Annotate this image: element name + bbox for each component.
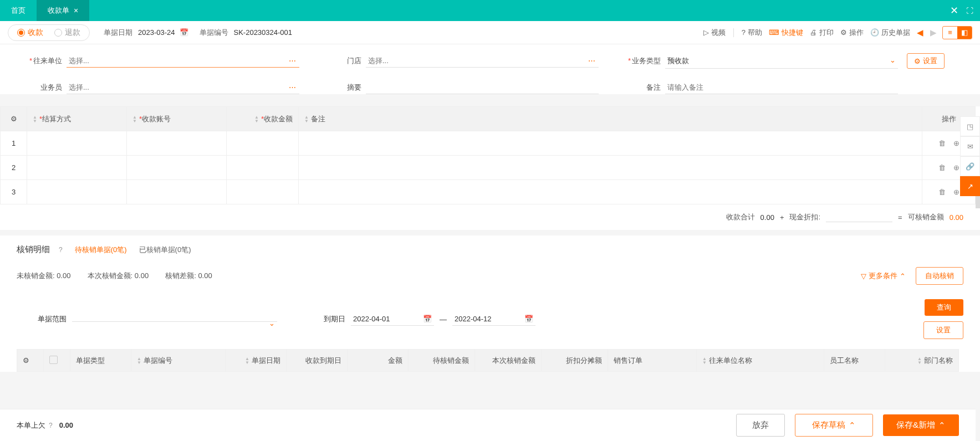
th-remark[interactable]: ▲▼备注 [299, 107, 922, 131]
filter-settings-button[interactable]: 设置 [923, 321, 963, 339]
tab-done-verify[interactable]: 已核销单据(0笔) [139, 245, 191, 255]
cell-settle[interactable] [27, 131, 127, 156]
cell-remark[interactable] [299, 156, 922, 180]
unverified: 未核销金额: 0.00 [17, 271, 71, 281]
table-row[interactable]: 3 🗑⊕ [1, 180, 976, 204]
more-conditions-toggle[interactable]: ▽ 更多条件 ⌃ [861, 271, 906, 281]
calendar-icon[interactable]: 📅 [524, 315, 533, 323]
view-list-button[interactable]: ≡ [943, 27, 957, 39]
gear-header[interactable]: ⚙ [1, 107, 27, 131]
print-link[interactable]: 🖨 打印 [809, 27, 835, 39]
biztype-select[interactable]: 预收款 [665, 54, 898, 69]
radio-refund[interactable]: 退款 [54, 28, 80, 38]
shortcut-link[interactable]: ⌨ 快捷键 [768, 27, 804, 39]
chevron-up-icon: ⌃ [938, 421, 946, 430]
rail-btn-3[interactable]: 🔗 [960, 156, 980, 176]
auto-verify-button[interactable]: 自动核销 [916, 267, 963, 285]
cell-settle[interactable] [27, 156, 127, 180]
cell-amount[interactable] [227, 180, 299, 204]
th-date[interactable]: ▲▼单据日期 [226, 350, 287, 372]
delete-icon[interactable]: 🗑 [938, 163, 946, 172]
cell-amount[interactable] [227, 156, 299, 180]
date-to-input[interactable]: 2022-04-12 📅 [452, 312, 535, 326]
rail-btn-2[interactable]: ✉ [960, 136, 980, 156]
cell-account[interactable] [127, 131, 227, 156]
lookup-icon[interactable]: ⋯ [588, 57, 596, 65]
save-draft-button[interactable]: 保存草稿 ⌃ [795, 414, 873, 437]
tab-home[interactable]: 首页 [0, 0, 37, 21]
th-partner[interactable]: ▲▼往来单位名称 [697, 350, 824, 372]
view-detail-button[interactable]: ◧ [957, 27, 972, 39]
cell-remark[interactable] [299, 131, 922, 156]
fullscreen-icon[interactable]: ⛶ [966, 7, 973, 15]
video-link[interactable]: ▷ 视频 [702, 27, 727, 39]
tab-receipt[interactable]: 收款单 × [37, 0, 89, 21]
checkbox-icon [49, 356, 58, 364]
th-account[interactable]: ▲▼*收款账号 [127, 107, 227, 131]
th-this[interactable]: 本次核销金额 [475, 350, 542, 372]
calendar-icon[interactable]: 📅 [180, 28, 188, 37]
query-button[interactable]: 查询 [925, 299, 963, 316]
th-no[interactable]: ▲▼单据编号 [131, 350, 226, 372]
th-emp[interactable]: 员工名称 [824, 350, 885, 372]
help-label: 帮助 [748, 28, 762, 38]
store-input[interactable] [366, 54, 599, 68]
cash-discount-input[interactable] [826, 212, 892, 222]
help-icon[interactable]: ? [49, 422, 53, 429]
tab-pending-verify[interactable]: 待核销单据(0笔) [75, 245, 127, 255]
next-arrow-icon[interactable]: ▶ [929, 28, 938, 38]
radio-collect[interactable]: 收款 [17, 28, 43, 38]
help-icon[interactable]: ? [59, 246, 63, 254]
summary-input[interactable] [366, 81, 599, 94]
table-row[interactable]: 2 🗑⊕ [1, 156, 976, 180]
th-settle[interactable]: ▲▼*结算方式 [27, 107, 127, 131]
checkbox-header[interactable] [44, 350, 70, 372]
doc-date-value[interactable]: 2023-03-24 [138, 28, 175, 37]
add-row-icon[interactable]: ⊕ [953, 139, 959, 147]
th-amount[interactable]: ▲▼*收款金额 [227, 107, 299, 131]
delete-icon[interactable]: 🗑 [938, 139, 946, 147]
cell-remark[interactable] [299, 180, 922, 204]
close-icon[interactable]: × [74, 6, 78, 15]
chevron-down-icon[interactable]: ⌄ [269, 319, 275, 327]
more-cond-label: 更多条件 [869, 271, 897, 281]
add-row-icon[interactable]: ⊕ [953, 163, 959, 172]
gear-header[interactable]: ⚙ [17, 350, 44, 372]
settings-btn-label: 设置 [923, 56, 937, 66]
remark-input[interactable] [665, 81, 898, 94]
th-pending[interactable]: 待核销金额 [409, 350, 475, 372]
salesman-input[interactable] [67, 81, 299, 94]
th-due[interactable]: 收款到期日 [287, 350, 348, 372]
partner-input[interactable] [67, 54, 299, 68]
cell-amount[interactable] [227, 131, 299, 156]
date-from-input[interactable]: 2022-04-01 📅 [351, 312, 434, 326]
cell-settle[interactable] [27, 180, 127, 204]
lookup-icon[interactable]: ⋯ [289, 83, 297, 91]
calendar-icon[interactable]: 📅 [423, 315, 432, 323]
help-link[interactable]: ? 帮助 [741, 27, 763, 39]
discard-button[interactable]: 放弃 [736, 414, 785, 437]
history-link[interactable]: 🕘 历史单据 [869, 27, 911, 39]
doc-no-label: 单据编号 [200, 28, 228, 38]
delete-icon[interactable]: 🗑 [938, 188, 946, 196]
rail-btn-4[interactable]: ↗ [960, 176, 980, 196]
th-type[interactable]: 单据类型 [70, 350, 131, 372]
th-sale[interactable]: 销售订单 [608, 350, 697, 372]
lookup-icon[interactable]: ⋯ [289, 57, 297, 65]
rail-btn-1[interactable]: ◳ [960, 116, 980, 136]
cell-account[interactable] [127, 180, 227, 204]
cell-account[interactable] [127, 156, 227, 180]
window-close-icon[interactable]: ✕ [950, 4, 958, 17]
save-new-button[interactable]: 保存&新增 ⌃ [883, 414, 959, 436]
th-discount[interactable]: 折扣分摊额 [542, 350, 608, 372]
range-select[interactable]: ⌄ [72, 317, 277, 322]
chevron-down-icon[interactable]: ⌄ [890, 56, 896, 64]
th-dept[interactable]: ▲▼部门名称 [885, 350, 959, 372]
add-row-icon[interactable]: ⊕ [953, 188, 959, 196]
th-amt[interactable]: 金额 [348, 350, 409, 372]
table-row[interactable]: 1 🗑⊕ [1, 131, 976, 156]
prev-arrow-icon[interactable]: ◀ [916, 28, 925, 38]
action-link[interactable]: ⚙ 操作 [839, 27, 865, 39]
due-label: 到期日 [324, 314, 345, 324]
settings-button[interactable]: ⚙ 设置 [907, 53, 945, 69]
